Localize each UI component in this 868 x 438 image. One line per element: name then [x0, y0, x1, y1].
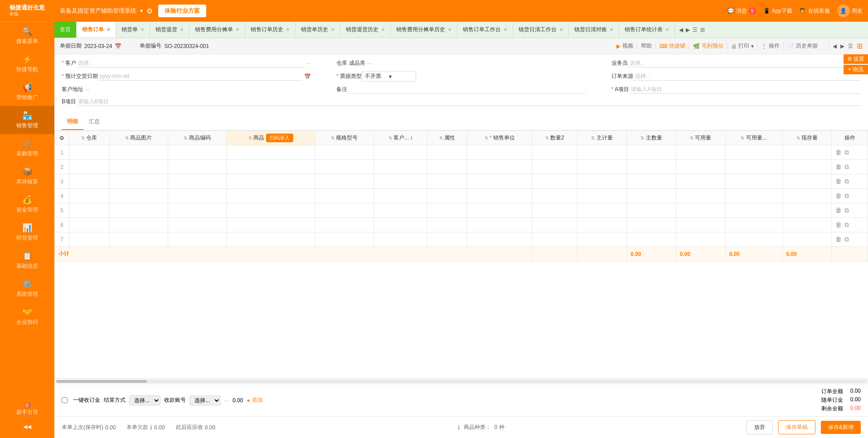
sort-available-icon[interactable]: ⇅	[690, 135, 693, 140]
order-workbench-close[interactable]: ✕	[504, 27, 507, 32]
add-payment-button[interactable]: ● 添加	[247, 396, 262, 404]
toolbar-profit[interactable]: 🌿 毛利预估	[693, 42, 723, 50]
copy-icon[interactable]: ⧉	[844, 149, 849, 156]
payment-method-select[interactable]: 选择...	[129, 395, 160, 405]
cell-customer-code[interactable]	[373, 218, 427, 232]
tab-scroll-right[interactable]: ▶	[684, 27, 691, 33]
cell-main-qty[interactable]	[626, 174, 676, 189]
cell-current-stock[interactable]	[782, 189, 832, 203]
cell-spec[interactable]	[315, 232, 373, 247]
cell-available2[interactable]	[725, 174, 782, 189]
invoice-type-select[interactable]: 不开票 ▾	[362, 71, 416, 82]
delete-icon[interactable]: 🗑	[835, 207, 842, 214]
tab-goods-return[interactable]: 销货退货 ✕	[150, 22, 189, 38]
address-more[interactable]: ···	[85, 87, 90, 93]
cell-main-qty[interactable]	[626, 145, 676, 160]
scan-button[interactable]: 扫码录入	[266, 134, 293, 142]
copy-icon[interactable]: ⧉	[844, 221, 849, 229]
a-project-input[interactable]	[629, 85, 861, 94]
cell-main-qty[interactable]	[626, 232, 676, 247]
cell-main-qty[interactable]	[626, 189, 676, 203]
toolbar-help[interactable]: 帮助	[641, 42, 652, 50]
online-service-item[interactable]: 💁 在线客服	[800, 7, 830, 15]
cell-main-unit[interactable]	[577, 232, 627, 247]
cell-product-image[interactable]	[109, 160, 168, 174]
warehouse-more[interactable]: ···	[367, 60, 372, 67]
toolbar-view[interactable]: ▶ 视频	[616, 42, 633, 50]
sort-sales-unit-icon[interactable]: ⇅	[485, 135, 488, 140]
tab-menu[interactable]: ☰	[691, 27, 699, 33]
sales-return-history-close[interactable]: ✕	[331, 27, 335, 32]
cell-current-stock[interactable]	[782, 145, 832, 160]
sort-available2-icon[interactable]: ⇅	[741, 135, 744, 140]
cell-main-unit[interactable]	[577, 160, 627, 174]
remark-input[interactable]	[347, 85, 586, 94]
delete-icon[interactable]: 🗑	[835, 163, 842, 171]
fee-split-history-close[interactable]: ✕	[448, 27, 451, 32]
cell-warehouse[interactable]	[69, 160, 110, 174]
cell-attr[interactable]	[427, 189, 467, 203]
cell-current-stock[interactable]	[782, 203, 832, 218]
toolbar-grid-icon[interactable]: ☰	[848, 43, 853, 49]
solution-button[interactable]: 体验行业方案	[158, 5, 206, 17]
sidebar-item-purchase[interactable]: 🛒 采购管理	[0, 134, 54, 162]
customer-input[interactable]	[76, 59, 305, 67]
cell-attr[interactable]	[427, 174, 467, 189]
cell-product-code[interactable]	[168, 174, 226, 189]
user-item[interactable]: 👤 用友	[837, 5, 863, 17]
sort-qty2-icon[interactable]: ⇅	[545, 135, 549, 140]
fee-split-tab-close[interactable]: ✕	[236, 27, 239, 32]
cell-product[interactable]	[226, 174, 315, 189]
cell-product-image[interactable]	[109, 145, 168, 160]
cell-qty2[interactable]	[532, 218, 577, 232]
copy-icon[interactable]: ⧉	[844, 163, 849, 171]
cell-main-unit[interactable]	[577, 174, 627, 189]
cell-available[interactable]	[676, 174, 725, 189]
cell-current-stock[interactable]	[782, 160, 832, 174]
sidebar-item-finance[interactable]: 💰 资金管理	[0, 190, 54, 218]
save-button[interactable]: 保存&新增	[821, 421, 861, 434]
toolbar-history[interactable]: 📄 历史单据	[787, 42, 818, 50]
tab-sales-order-history[interactable]: 销售订单历史 ✕	[245, 22, 296, 38]
b-project-input[interactable]	[76, 97, 861, 106]
sort-warehouse-icon[interactable]: ⇅	[81, 135, 85, 140]
cell-available2[interactable]	[725, 232, 782, 247]
tab-sales-return-history[interactable]: 销货单历史 ✕	[296, 22, 340, 38]
cell-available2[interactable]	[725, 203, 782, 218]
date-icon[interactable]: 📅	[304, 73, 311, 80]
cash-daily-workbench-close[interactable]: ✕	[559, 27, 563, 32]
cell-current-stock[interactable]	[782, 174, 832, 189]
sort-main-unit-icon[interactable]: ⇅	[591, 135, 595, 140]
sort-product-image-icon[interactable]: ⇅	[125, 135, 129, 140]
cell-product[interactable]	[226, 189, 315, 203]
cell-sales-unit[interactable]	[467, 174, 532, 189]
sales-order-history-close[interactable]: ✕	[286, 27, 290, 32]
cell-spec[interactable]	[315, 189, 373, 203]
cell-warehouse[interactable]	[69, 203, 110, 218]
cell-product-code[interactable]	[168, 160, 226, 174]
sales-order-tab-close[interactable]: ✕	[107, 27, 110, 32]
cell-spec[interactable]	[315, 203, 373, 218]
sort-product-code-icon[interactable]: ⇅	[184, 135, 187, 140]
goods-return-tab-close[interactable]: ✕	[180, 27, 184, 32]
cell-product-code[interactable]	[168, 218, 226, 232]
cell-available[interactable]	[676, 203, 725, 218]
tab-detail[interactable]: 明细	[62, 114, 83, 130]
toolbar-expand-icon[interactable]: ⊞	[857, 42, 863, 50]
sort-main-qty-icon[interactable]: ⇅	[640, 135, 644, 140]
calendar-icon[interactable]: 📅	[115, 43, 121, 49]
cell-spec[interactable]	[315, 160, 373, 174]
sidebar-item-system[interactable]: ⚙️ 系统管理	[0, 274, 54, 303]
tab-home[interactable]: 首页	[54, 22, 77, 38]
tab-cash-daily-workbench[interactable]: 钱货日清工作台 ✕	[513, 22, 569, 38]
cell-warehouse[interactable]	[69, 189, 110, 203]
cell-product-image[interactable]	[109, 218, 168, 232]
cell-product-code[interactable]	[168, 145, 226, 160]
cell-sales-unit[interactable]	[467, 203, 532, 218]
tab-scroll-left[interactable]: ◀	[678, 27, 684, 33]
cell-main-unit[interactable]	[577, 218, 627, 232]
gear-icon[interactable]: ⚙	[59, 135, 64, 141]
toolbar-print[interactable]: 🖨 打印 ▾	[731, 42, 754, 50]
cell-attr[interactable]	[427, 232, 467, 247]
order-source-input[interactable]	[633, 72, 861, 81]
